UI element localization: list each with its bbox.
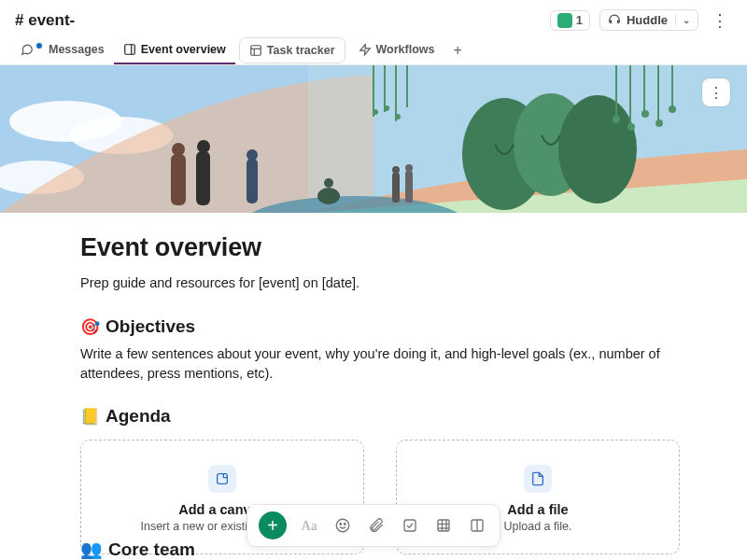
svg-point-22	[627, 123, 635, 131]
svg-rect-46	[438, 520, 449, 531]
channel-title[interactable]: # event-	[15, 11, 75, 30]
tab-task-tracker-label: Task tracker	[267, 44, 335, 57]
channel-tabs: Messages Event overview Task tracker Wor…	[0, 36, 747, 65]
svg-point-11	[558, 95, 637, 203]
svg-point-26	[373, 109, 378, 115]
agenda-heading[interactable]: 📒 Agenda	[80, 406, 680, 427]
unread-dot-icon	[36, 43, 42, 49]
people-icon: 👥	[80, 539, 103, 560]
svg-point-30	[172, 143, 185, 156]
svg-point-35	[317, 188, 340, 204]
member-count-text: 1	[576, 13, 583, 27]
page-subtitle[interactable]: Prep guide and resources for [event] on …	[80, 275, 680, 290]
core-team-heading[interactable]: 👥 Core team	[80, 539, 195, 560]
paperclip-icon	[368, 517, 385, 534]
huddle-button[interactable]: Huddle ⌄	[599, 9, 698, 31]
tab-workflows[interactable]: Workflows	[349, 36, 444, 64]
toolbar-checkbox-button[interactable]	[399, 514, 421, 537]
svg-rect-31	[196, 151, 210, 205]
banner-image: ⋮	[0, 65, 747, 213]
chevron-down-icon[interactable]: ⌄	[675, 15, 690, 25]
objectives-heading[interactable]: 🎯 Objectives	[80, 316, 680, 337]
core-team-heading-text: Core team	[108, 539, 195, 560]
canvas-add-icon	[208, 465, 236, 493]
svg-point-36	[324, 178, 333, 188]
svg-rect-39	[405, 171, 413, 203]
smile-icon	[334, 517, 351, 534]
bookmark-icon: 📒	[80, 407, 100, 427]
avatar-icon	[557, 13, 572, 28]
svg-point-21	[613, 116, 620, 123]
svg-point-34	[247, 149, 258, 161]
toolbar-add-button[interactable]: +	[259, 511, 287, 539]
toolbar-emoji-button[interactable]	[331, 514, 354, 537]
target-icon: 🎯	[80, 317, 100, 337]
svg-rect-1	[251, 46, 261, 56]
svg-point-28	[395, 114, 401, 119]
svg-point-23	[641, 110, 649, 118]
svg-point-25	[669, 105, 676, 113]
svg-point-24	[655, 119, 663, 127]
svg-point-42	[336, 519, 349, 532]
table-icon	[435, 517, 452, 534]
banner-options-button[interactable]: ⋮	[702, 78, 730, 106]
tab-event-overview-label: Event overview	[141, 43, 226, 56]
toolbar-attach-button[interactable]	[365, 514, 388, 537]
list-icon	[249, 44, 262, 57]
svg-rect-41	[218, 474, 228, 484]
svg-rect-33	[247, 159, 258, 203]
svg-rect-0	[125, 45, 135, 55]
svg-point-32	[197, 140, 210, 153]
tab-workflows-label: Workflows	[376, 43, 435, 56]
headphones-icon	[608, 14, 621, 27]
workflow-icon	[359, 43, 372, 56]
huddle-label: Huddle	[627, 13, 668, 27]
tab-task-tracker[interactable]: Task tracker	[239, 37, 345, 63]
floating-toolbar: + Aa	[247, 504, 500, 547]
message-icon	[21, 43, 34, 56]
add-tab-button[interactable]: +	[444, 36, 472, 64]
objectives-heading-text: Objectives	[106, 316, 195, 337]
channel-name-text: event-	[28, 11, 75, 29]
toolbar-format-button[interactable]: Aa	[298, 514, 320, 537]
toolbar-table-button[interactable]	[432, 514, 455, 537]
more-actions-button[interactable]: ⋮	[708, 12, 732, 29]
member-count-button[interactable]: 1	[550, 10, 590, 31]
tab-messages[interactable]: Messages	[11, 36, 114, 64]
page-title[interactable]: Event overview	[80, 233, 680, 262]
agenda-heading-text: Agenda	[106, 406, 171, 427]
canvas-icon	[123, 43, 136, 56]
svg-point-43	[340, 524, 342, 525]
toolbar-layout-button[interactable]	[466, 514, 488, 537]
svg-point-38	[392, 166, 400, 174]
tab-event-overview[interactable]: Event overview	[114, 36, 235, 64]
svg-rect-37	[392, 173, 400, 203]
svg-rect-45	[404, 520, 416, 531]
objectives-body[interactable]: Write a few sentences about your event, …	[80, 344, 680, 384]
svg-point-40	[405, 164, 413, 172]
tab-messages-label: Messages	[49, 43, 105, 56]
columns-icon	[469, 517, 486, 534]
checkbox-icon	[402, 517, 418, 534]
file-add-icon	[524, 465, 552, 493]
svg-point-27	[384, 105, 389, 111]
svg-point-44	[345, 524, 346, 525]
svg-rect-29	[171, 154, 186, 205]
